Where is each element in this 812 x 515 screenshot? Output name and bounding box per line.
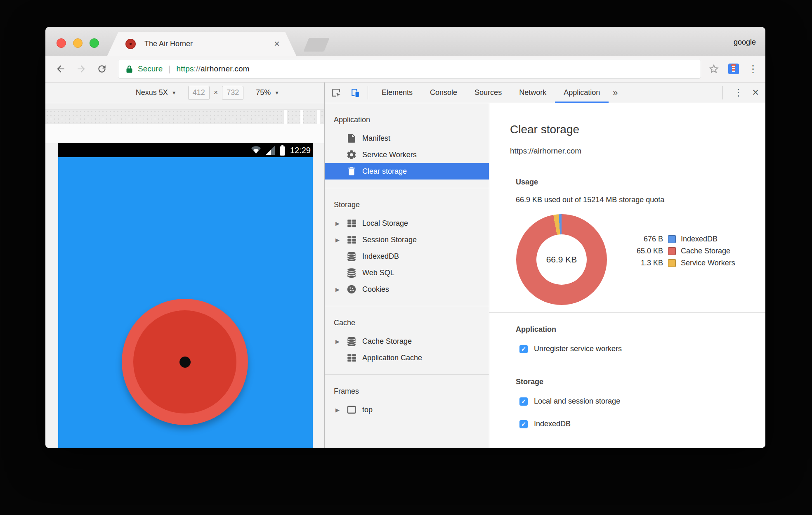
tab-close-icon[interactable]: × — [274, 39, 280, 49]
battery-icon — [279, 145, 286, 156]
zoom-window-button[interactable] — [90, 38, 99, 48]
table-icon — [346, 352, 357, 363]
secure-lock-icon[interactable] — [125, 65, 134, 73]
indexeddb-checkbox[interactable] — [519, 420, 528, 428]
air-horn-button[interactable] — [122, 299, 248, 425]
tab-application[interactable]: Application — [555, 83, 609, 103]
emulated-viewport-area: 12:29 — [45, 143, 324, 448]
devtools-close-icon[interactable]: × — [749, 87, 765, 98]
tab-title: The Air Horner — [144, 40, 193, 48]
emulated-phone-screen: 12:29 — [58, 143, 313, 448]
usage-chart-row: 66.9 KB 676 B IndexedDB 65.0 KB — [516, 214, 765, 305]
sidebar-item-application-cache[interactable]: Application Cache — [325, 350, 489, 366]
browser-toolbar: Secure | https://airhorner.com ⋮ — [45, 56, 765, 83]
unregister-service-workers-row: Unregister service workers — [519, 345, 765, 353]
sidebar-item-clear-storage[interactable]: Clear storage — [325, 163, 489, 180]
sidebar-item-top-frame[interactable]: ▶ top — [325, 402, 489, 418]
database-icon — [346, 267, 357, 278]
sidebar-item-local-storage[interactable]: ▶ Local Storage — [325, 215, 489, 232]
expand-triangle-icon[interactable]: ▶ — [335, 237, 346, 243]
airhorner-page — [58, 157, 313, 448]
devtools-body: Application Manifest — [325, 103, 765, 448]
wifi-icon — [250, 145, 262, 155]
sidebar-item-cache-storage[interactable]: ▶ Cache Storage — [325, 333, 489, 350]
gear-icon — [346, 149, 357, 160]
browser-window: The Air Horner × google Secure | https:/… — [45, 27, 765, 448]
database-icon — [346, 251, 357, 262]
url-slashes: :// — [194, 64, 201, 73]
sidebar-item-service-workers[interactable]: Service Workers — [325, 146, 489, 163]
legend-item-cache-storage: 65.0 KB Cache Storage — [618, 245, 735, 257]
minimize-window-button[interactable] — [73, 38, 83, 48]
unregister-service-workers-checkbox[interactable] — [519, 345, 528, 353]
device-width-input[interactable]: 412 — [188, 86, 210, 100]
device-toolbar-icon — [350, 87, 360, 98]
expand-triangle-icon[interactable]: ▶ — [335, 338, 346, 345]
device-scroll-strip[interactable] — [45, 103, 324, 110]
browser-tab[interactable]: The Air Horner × — [107, 32, 296, 56]
android-status-bar: 12:29 — [58, 143, 313, 157]
traffic-lights — [57, 38, 99, 48]
url-separator: | — [168, 64, 170, 74]
zoom-select[interactable]: 75% ▼ — [256, 88, 279, 97]
lighthouse-extension-icon[interactable] — [728, 64, 739, 74]
sidebar-item-session-storage[interactable]: ▶ Session Storage — [325, 232, 489, 248]
forward-button[interactable] — [73, 60, 90, 78]
legend-item-service-workers: 1.3 KB Service Workers — [618, 257, 735, 269]
sidebar-section-title: Storage — [325, 201, 489, 209]
browser-menu-kebab-icon[interactable]: ⋮ — [748, 64, 758, 74]
zoom-select-label: 75% — [256, 88, 271, 97]
inspect-element-button[interactable] — [328, 85, 344, 101]
sidebar-section-frames: Frames ▶ top — [325, 375, 489, 426]
reload-button[interactable] — [93, 60, 111, 78]
divider — [489, 365, 765, 365]
tab-strip: The Air Horner × google — [45, 27, 765, 56]
devtools-tabs: Elements Console Sources Network Applica… — [373, 83, 609, 103]
device-select-label: Nexus 5X — [136, 88, 168, 97]
air-horn-center-dot — [179, 357, 191, 368]
sidebar-item-indexeddb[interactable]: IndexedDB — [325, 248, 489, 265]
back-button[interactable] — [52, 60, 69, 78]
caret-down-icon: ▼ — [172, 90, 177, 96]
secure-label[interactable]: Secure — [138, 64, 163, 73]
sidebar-section-application: Application Manifest — [325, 103, 489, 188]
devtools-toolbar-right: ⋮ × — [718, 86, 765, 99]
tab-network[interactable]: Network — [510, 83, 555, 103]
bookmark-star-icon[interactable] — [708, 64, 719, 74]
expand-triangle-icon[interactable]: ▶ — [335, 286, 346, 293]
local-session-storage-row: Local and session storage — [519, 397, 765, 406]
tab-sources[interactable]: Sources — [466, 83, 510, 103]
sidebar-section-storage: Storage ▶ Local Storage ▶ — [325, 188, 489, 306]
cookie-icon — [346, 284, 357, 295]
device-select[interactable]: Nexus 5X ▼ — [136, 88, 177, 97]
devtools-toolbar: Elements Console Sources Network Applica… — [325, 83, 765, 103]
reload-icon — [97, 64, 107, 74]
back-arrow-icon — [55, 64, 66, 74]
sidebar-item-cookies[interactable]: ▶ Cookies — [325, 281, 489, 298]
legend-swatch-service-workers — [668, 259, 676, 267]
devtools-menu-kebab-icon[interactable]: ⋮ — [728, 87, 749, 98]
sidebar-item-manifest[interactable]: Manifest — [325, 130, 489, 146]
local-session-storage-checkbox[interactable] — [519, 397, 528, 406]
new-tab-button[interactable] — [303, 38, 329, 52]
toggle-device-toolbar-button[interactable] — [347, 85, 363, 101]
legend-item-indexeddb: 676 B IndexedDB — [618, 233, 735, 245]
address-bar[interactable]: Secure | https://airhorner.com — [118, 59, 701, 79]
airhorner-favicon-icon — [125, 39, 136, 49]
close-window-button[interactable] — [57, 38, 66, 48]
tab-elements[interactable]: Elements — [373, 83, 421, 103]
media-query-ruler[interactable] — [45, 110, 324, 124]
sidebar-item-web-sql[interactable]: Web SQL — [325, 265, 489, 281]
sidebar-section-cache: Cache ▶ Cache Storage — [325, 306, 489, 375]
dimension-times-label: × — [214, 88, 218, 97]
air-horn-inner-circle — [133, 310, 236, 413]
content-area: Nexus 5X ▼ 412 × 732 75% ▼ — [45, 83, 765, 448]
expand-triangle-icon[interactable]: ▶ — [335, 407, 346, 413]
url-text[interactable]: https://airhorner.com — [176, 64, 249, 73]
devtools-panel: Elements Console Sources Network Applica… — [324, 83, 765, 448]
expand-triangle-icon[interactable]: ▶ — [335, 220, 346, 227]
device-height-input[interactable]: 732 — [222, 86, 243, 100]
tab-console[interactable]: Console — [421, 83, 466, 103]
more-tabs-chevron-icon[interactable]: » — [613, 87, 618, 98]
storage-section-heading: Storage — [516, 378, 765, 386]
